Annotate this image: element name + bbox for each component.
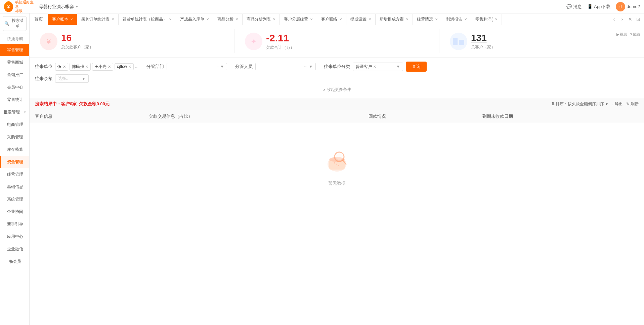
sidebar-item-retail-stats[interactable]: 零售统计 [0, 94, 29, 106]
stat1-value: 16 [61, 32, 93, 44]
sidebar-item-quick-nav[interactable]: 快捷导航 [0, 34, 29, 44]
svg-point-11 [336, 153, 343, 160]
table-container: 客户信息 欠款交易信息（占比） 回款情况 到期未收款日期 [30, 110, 644, 210]
tab-ops-situation[interactable]: 经营情况 ✕ [413, 14, 442, 25]
tab-retail-profit[interactable]: 零售利润( ✕ [471, 14, 502, 25]
tag-close-wu[interactable]: ✕ [63, 65, 66, 69]
category-selector[interactable]: 普通客户 ✕ ▼ [353, 63, 403, 71]
query-button[interactable]: 查询 [406, 62, 427, 72]
tab-close-profit-report[interactable]: ✕ [464, 17, 467, 21]
sidebar-item-marketing[interactable]: 营销推广 [0, 69, 29, 81]
refresh-button[interactable]: ↻ 刷新 [626, 101, 639, 107]
tab-purchase-order-stats[interactable]: 采购订单统计表 ✕ [77, 14, 119, 25]
tag-close-cjttcw[interactable]: ✕ [128, 65, 131, 69]
tab-close-retail-profit[interactable]: ✕ [495, 17, 498, 21]
tab-close-inbound-stats[interactable]: ✕ [169, 17, 172, 21]
sidebar-item-enterprise-coop[interactable]: 企业协同 [0, 206, 29, 218]
video-help-button[interactable]: ▶ 视频 [616, 32, 627, 37]
person-filter-label: 分管人员 [235, 64, 253, 70]
tab-close-raise-settings[interactable]: ✕ [369, 17, 371, 21]
app-download-button[interactable]: 📱 App下载 [587, 4, 610, 10]
sidebar-item-wholesale-mgmt[interactable]: 批发管理 ▼ [0, 106, 29, 118]
stat-bg-icon2: ✦ [245, 32, 263, 50]
tab-product-analysis-list[interactable]: 商品分析列表 ✕ [243, 14, 280, 25]
svg-rect-5 [453, 38, 458, 45]
filter-more-tags[interactable]: ... [135, 64, 138, 69]
sidebar-item-finance-mgmt[interactable]: 资金管理 [0, 156, 29, 168]
tab-close-purchase-order-stats[interactable]: ✕ [112, 17, 114, 21]
sidebar-item-basic-info[interactable]: 基础信息 [0, 181, 29, 193]
sidebar-item-retail-mall[interactable]: 零售商城 [0, 56, 29, 69]
svg-point-13 [334, 162, 335, 164]
tab-customer-tiered[interactable]: 客户分层经营 ✕ [280, 14, 317, 25]
filter-tags: 伍 ✕ 陈民强 ✕ 王小亮 ✕ cjttcw ✕ [55, 63, 138, 71]
svg-point-4 [450, 33, 467, 50]
sidebar-item-newbie[interactable]: 新手引导 [0, 218, 29, 230]
balance-filter-label: 往来余额 [35, 76, 52, 82]
category-tag-close[interactable]: ✕ [373, 65, 376, 69]
person-extra-dots[interactable]: ··· [304, 64, 307, 69]
tab-product-analysis[interactable]: 商品分析 ✕ [213, 14, 243, 25]
help-icon: ? [630, 33, 632, 37]
tab-nav-next[interactable]: › [618, 15, 626, 23]
sidebar-item-enterprise-wechat[interactable]: 企业微信 [0, 243, 29, 255]
category-filter-label: 往来单位分类 [324, 64, 350, 70]
search-menu-button[interactable]: 🔍 搜索菜单 [3, 16, 27, 31]
dept-extra-dots[interactable]: ··· [215, 64, 219, 69]
balance-selector[interactable]: 选择... ▼ [55, 74, 89, 83]
balance-chevron: ▼ [82, 76, 86, 81]
svg-rect-6 [459, 40, 464, 45]
user-menu[interactable]: d demo2 [616, 2, 640, 11]
collapse-button[interactable]: ∧ 收起更多条件 [319, 85, 355, 94]
th-debt-info: 欠款交易信息（占比） [143, 110, 363, 123]
sidebar-item-purchase-mgmt[interactable]: 采购管理 [0, 131, 29, 143]
tab-nav-prev[interactable]: ‹ [610, 15, 618, 23]
tab-close-customer-ledger[interactable]: ✕ [70, 17, 73, 21]
svg-point-14 [336, 164, 337, 165]
refresh-icon: ↻ [626, 102, 630, 106]
tab-maximize[interactable]: ⊡ [635, 15, 642, 23]
tab-new-raise-plan[interactable]: 新增提成方案 ✕ [376, 14, 413, 25]
sidebar-item-ecom-mgmt[interactable]: 电商管理 [0, 118, 29, 131]
tab-raise-settings[interactable]: 提成设置 ✕ [346, 14, 376, 25]
messages-button[interactable]: 💬 消息 [566, 4, 582, 10]
tab-home[interactable]: 首页 [30, 13, 48, 25]
sidebar-item-ops-mgmt[interactable]: 经营管理 [0, 168, 29, 181]
sidebar-item-retail-mgmt[interactable]: 零售管理 [0, 44, 29, 56]
tab-close-customer-contact[interactable]: ✕ [339, 17, 342, 21]
tab-close-product-analysis-list[interactable]: ✕ [273, 17, 275, 21]
person-selector[interactable]: ··· ▼ [255, 63, 316, 70]
filter-tag-chen: 陈民强 ✕ [70, 63, 91, 71]
sidebar-item-member-plus[interactable]: 畅会员 [0, 255, 29, 268]
sidebar-item-sys-mgmt[interactable]: 系统管理 [0, 193, 29, 206]
sidebar-item-app-center[interactable]: 应用中心 [0, 230, 29, 243]
sort-selector[interactable]: ⇅ 排序：按欠款金额倒序排序 ▼ [551, 101, 608, 107]
main-layout: 🔍 搜索菜单 快捷导航 零售管理 零售商城 营销推广 会员中心 零售统计 批发管… [0, 13, 644, 325]
tab-close-new-raise-plan[interactable]: ✕ [406, 17, 409, 21]
tab-close-product-inbound[interactable]: ✕ [206, 17, 209, 21]
tab-customer-contact[interactable]: 客户联络 ✕ [317, 14, 346, 25]
tab-product-inbound[interactable]: 产成品入库单 ✕ [176, 14, 213, 25]
stat-bg-icon: ¥ [40, 32, 58, 50]
tab-inbound-stats[interactable]: 进货单统计表（按商品） ✕ [119, 14, 176, 25]
store-selector[interactable]: 母婴行业演示帐套 ▼ [36, 2, 81, 11]
sidebar-item-inventory[interactable]: 库存核算 [0, 143, 29, 156]
tab-close-ops-situation[interactable]: ✕ [435, 17, 438, 21]
sidebar-item-members[interactable]: 会员中心 [0, 81, 29, 94]
tab-close-product-analysis[interactable]: ✕ [235, 17, 238, 21]
avatar: d [616, 2, 625, 11]
tag-close-chen[interactable]: ✕ [85, 65, 88, 69]
tab-close-all[interactable]: ✕ [627, 15, 634, 23]
help-button[interactable]: ? 帮助 [630, 32, 640, 37]
page-content: ¥ 16 总欠款客户（家） ✦ [30, 25, 644, 325]
svg-point-15 [338, 165, 339, 166]
svg-text:¥: ¥ [46, 37, 51, 46]
tag-close-wang[interactable]: ✕ [108, 65, 111, 69]
tab-profit-report[interactable]: 利润报告 ✕ [442, 14, 471, 25]
logo-icon: ¥ [4, 1, 13, 12]
tab-close-customer-tiered[interactable]: ✕ [310, 17, 313, 21]
dept-selector[interactable]: ··· ▼ [167, 63, 227, 70]
tab-customer-ledger[interactable]: 客户账本 ✕ [48, 14, 77, 25]
stat2-label: 欠款合计（万） [266, 45, 294, 50]
export-button[interactable]: ↓ 导出 [612, 101, 623, 107]
